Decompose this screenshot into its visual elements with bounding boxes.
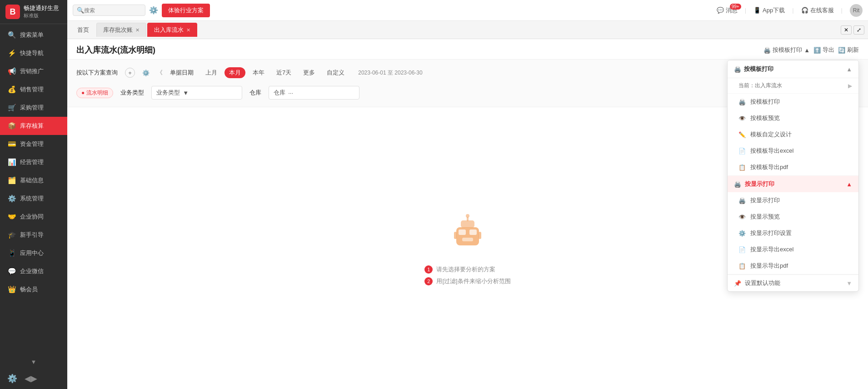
tab-in-out-flow-close[interactable]: ✕ xyxy=(186,27,190,33)
display-section: 🖨️按显示打印👁️按显示预览⚙️按显示打印设置📄按显示导出excel📋按显示导出… xyxy=(728,192,858,274)
tab-close-all-btn[interactable]: ✕ xyxy=(841,25,852,35)
sidebar-item-inventory[interactable]: 📦库存核算 xyxy=(0,117,67,135)
sidebar-item-purchase[interactable]: 🛒采购管理 xyxy=(0,99,67,117)
marketing-nav-icon: 📢 xyxy=(7,67,16,76)
operations-nav-label: 经营管理 xyxy=(20,158,44,166)
refresh-btn[interactable]: 🔄 刷新 xyxy=(838,46,859,54)
dropdown-current: 当前：出入库流水 ▶ xyxy=(728,78,858,94)
date-tag-本年[interactable]: 本年 xyxy=(248,67,269,78)
tab-expand-btn[interactable]: ⤢ xyxy=(853,25,864,35)
content-area: 出入库流水(流水明细) 🖨️ 按模板打印 ▲ ⬆️ 导出 🔄 刷新 xyxy=(67,39,868,389)
wechat-nav-icon: 💬 xyxy=(7,267,16,276)
filter-add-btn[interactable]: + xyxy=(125,68,135,78)
tab-in-out-flow[interactable]: 出入库流水 ✕ xyxy=(147,23,197,37)
trial-btn[interactable]: 体验行业方案 xyxy=(162,4,210,17)
quick-nav-nav-icon: ⚡ xyxy=(7,49,16,58)
tip-num-2: 2 xyxy=(424,277,433,285)
current-arrow-icon: ▶ xyxy=(848,83,852,89)
logo-icon: B xyxy=(5,5,20,19)
date-tag-更多[interactable]: 更多 xyxy=(299,67,319,78)
dp-template-excel[interactable]: 📄按模板导出excel xyxy=(728,143,858,159)
user-avatar[interactable]: Rit xyxy=(850,4,863,17)
sidebar-item-collab[interactable]: 🤝企业协同 xyxy=(0,208,67,226)
sidebar-item-wechat[interactable]: 💬企业微信 xyxy=(0,262,67,280)
warehouse-more-icon: ··· xyxy=(288,90,293,96)
tab-home[interactable]: 首页 xyxy=(71,23,95,37)
date-tag-本月[interactable]: 本月 xyxy=(224,67,245,78)
footer-arrow-icon: ▼ xyxy=(846,280,852,287)
warehouse-select[interactable]: 仓库 ··· xyxy=(269,86,359,100)
sidebar-item-sales[interactable]: 💰销售管理 xyxy=(0,80,67,99)
sidebar-item-marketing[interactable]: 📢营销推广 xyxy=(0,62,67,80)
date-tag-近7天[interactable]: 近7天 xyxy=(272,67,296,78)
dp-display-excel[interactable]: 📄按显示导出excel xyxy=(728,241,858,258)
dp-display-print[interactable]: 🖨️按显示打印 xyxy=(728,192,858,209)
template-print-label: 按模板打印 xyxy=(750,98,780,106)
sidebar-item-apps[interactable]: 📱应用中心 xyxy=(0,244,67,262)
search-input[interactable] xyxy=(84,7,139,14)
display-print-icon: 🖨️ xyxy=(738,197,746,204)
message-badge: 99+ xyxy=(730,4,741,10)
date-label: 单据日期 xyxy=(170,69,194,77)
topbar-right: 💬 消息 99+ | 📱 App下载 | 🎧 在线客服 | Rit xyxy=(717,4,863,17)
display-pdf-icon: 📋 xyxy=(738,262,746,269)
dp-display-preview[interactable]: 👁️按显示预览 xyxy=(728,209,858,225)
filter-chip: ● 流水明细 xyxy=(76,88,113,98)
sidebar-item-base[interactable]: 🗂️基础信息 xyxy=(0,171,67,190)
sidebar-item-system[interactable]: ⚙️系统管理 xyxy=(0,190,67,208)
app-download-label: App下载 xyxy=(763,6,785,15)
sales-nav-label: 销售管理 xyxy=(20,85,44,94)
vip-nav-label: 畅会员 xyxy=(20,285,38,294)
display-section-header[interactable]: 🖨️ 按显示打印 ▲ xyxy=(728,176,858,192)
template-section: 🖨️按模板打印👁️按模板预览✏️模板自定义设计📄按模板导出excel📋按模板导出… xyxy=(728,94,858,176)
warehouse-label: 仓库 xyxy=(249,89,261,97)
empty-tip-2: 2 用[过滤]条件来缩小分析范围 xyxy=(424,277,510,285)
wechat-nav-label: 企业微信 xyxy=(20,267,44,275)
print-dropdown-icon: ▲ xyxy=(804,47,810,54)
tabs-right: ✕ ⤢ xyxy=(841,25,864,35)
filter-settings-icon[interactable]: ⚙️ xyxy=(142,70,150,76)
dropdown-header: 🖨️ 按模板打印 ▲ xyxy=(728,60,858,78)
inventory-batch-tab-label: 库存批次账 xyxy=(103,26,133,34)
display-preview-label: 按显示预览 xyxy=(750,213,780,221)
sidebar-item-finance[interactable]: 💳资金管理 xyxy=(0,135,67,153)
tab-inventory-batch[interactable]: 库存批次账 ✕ xyxy=(96,23,146,37)
app-download-btn[interactable]: 📱 App下载 xyxy=(753,6,785,15)
dp-template-preview[interactable]: 👁️按模板预览 xyxy=(728,110,858,126)
sidebar-scroll-down[interactable]: ▼ xyxy=(0,356,67,368)
settings-icon[interactable]: ⚙️ xyxy=(7,374,17,384)
dp-template-design[interactable]: ✏️模板自定义设计 xyxy=(728,126,858,143)
display-print-group-icon: 🖨️ xyxy=(734,181,741,188)
message-btn[interactable]: 💬 消息 99+ xyxy=(717,6,738,15)
settings-gear-icon[interactable]: ⚙️ xyxy=(149,6,158,15)
online-service-btn[interactable]: 🎧 在线客服 xyxy=(801,6,834,15)
logo-title: 畅捷通好生意 xyxy=(24,5,59,12)
tab-inventory-batch-close[interactable]: ✕ xyxy=(135,27,140,33)
sidebar-item-guide[interactable]: 🎓新手引导 xyxy=(0,226,67,244)
sidebar-item-quick-nav[interactable]: ⚡快捷导航 xyxy=(0,44,67,62)
filter-collapse-icon[interactable]: 《 xyxy=(157,69,163,77)
toggle-icon[interactable]: ◀▶ xyxy=(25,374,37,384)
dp-display-pdf[interactable]: 📋按显示导出pdf xyxy=(728,258,858,274)
sep3: | xyxy=(841,7,843,14)
sidebar-item-operations[interactable]: 📊经营管理 xyxy=(0,153,67,171)
topbar-search[interactable]: 🔍 xyxy=(73,5,145,16)
dropdown-collapse-icon[interactable]: ▲ xyxy=(846,66,852,73)
page-title: 出入库流水(流水明细) xyxy=(76,45,155,55)
display-settings-label: 按显示打印设置 xyxy=(750,229,792,237)
date-tag-上月[interactable]: 上月 xyxy=(201,67,222,78)
sidebar-item-search[interactable]: 🔍搜索菜单 xyxy=(0,26,67,44)
sidebar-item-vip[interactable]: 👑畅会员 xyxy=(0,280,67,299)
print-btn[interactable]: 🖨️ 按模板打印 ▲ xyxy=(763,46,810,54)
biz-type-select[interactable]: 业务类型 ▼ xyxy=(151,86,242,100)
dropdown-title-text: 按模板打印 xyxy=(744,65,773,73)
logo-text: 畅捷通好生意 标准版 xyxy=(24,5,59,19)
footer-label: 设置默认功能 xyxy=(745,279,780,287)
date-tag-自定义[interactable]: 自定义 xyxy=(322,67,349,78)
dropdown-footer[interactable]: 📌 设置默认功能 ▼ xyxy=(728,274,858,291)
export-btn[interactable]: ⬆️ 导出 xyxy=(813,46,834,54)
display-settings-icon: ⚙️ xyxy=(738,229,746,237)
dp-template-print[interactable]: 🖨️按模板打印 xyxy=(728,94,858,110)
dp-display-settings[interactable]: ⚙️按显示打印设置 xyxy=(728,225,858,241)
dp-template-pdf[interactable]: 📋按模板导出pdf xyxy=(728,159,858,175)
